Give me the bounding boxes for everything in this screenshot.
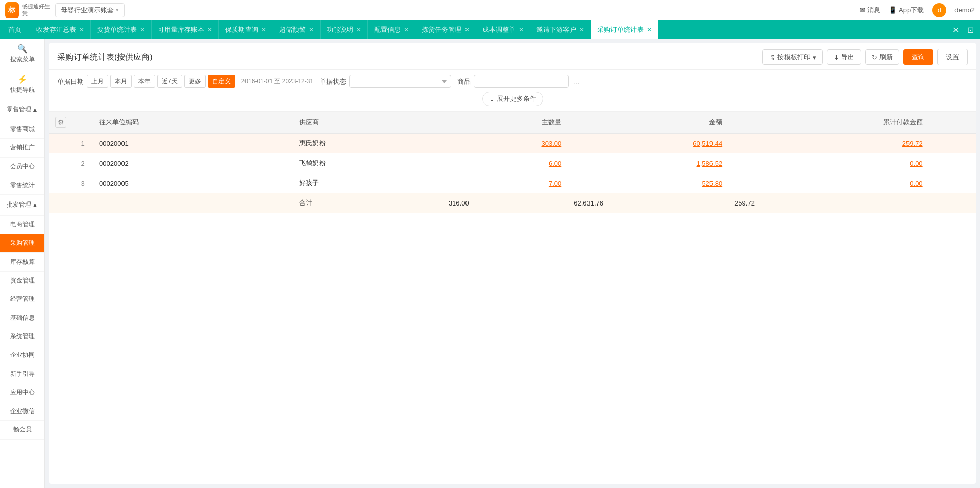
col-amount: 金额 [568,112,728,134]
tab-label-yaoqing: 邀请下游客户 [536,25,576,34]
sidebar-item-basic-info[interactable]: 基础信息 [0,309,44,328]
tab-jianhuo[interactable]: 拣货任务管理 ✕ [415,20,476,39]
sidebar-item-marketing[interactable]: 营销推广 [0,139,44,158]
goods-input[interactable] [474,75,569,88]
wholesale-label: 批发管理 [7,201,31,209]
row-amount-3[interactable]: 525.80 [568,173,728,193]
sidebar-item-search[interactable]: 🔍 搜索菜单 [0,39,44,69]
wholesale-arrow-icon: ▲ [32,201,38,209]
quicknav-label: 快捷导航 [10,86,35,94]
page-header-actions: 🖨 按模板打印 ▾ ⬇ 导出 ↻ 刷新 查询 [762,49,968,65]
goods-more-icon[interactable]: … [573,78,579,85]
col-settings[interactable]: ⚙ [49,112,72,134]
row-qty-1[interactable]: 303.00 [443,134,568,153]
col-paid: 累计付款金额 [728,112,928,134]
tab-close-caigou[interactable]: ✕ [647,26,652,33]
sidebar-item-finance[interactable]: 资金管理 [0,272,44,291]
status-label: 单据状态 [320,77,346,86]
main-layout: 🔍 搜索菜单 ⚡ 快捷导航 零售管理 ▲ 零售商城 营销推广 会员中心 零售统计… [0,39,980,488]
print-button[interactable]: 🖨 按模板打印 ▾ [762,49,823,65]
sidebar-item-member[interactable]: 会员中心 [0,158,44,176]
sidebar-item-retail-mall[interactable]: 零售商城 [0,120,44,139]
sidebar-item-vip[interactable]: 畅会员 [0,421,44,440]
status-select[interactable] [349,75,451,88]
col-extra [929,112,976,134]
sidebar-item-collab[interactable]: 企业协同 [0,346,44,365]
tab-close-chengben[interactable]: ✕ [519,26,524,33]
tab-close-kuyong[interactable]: ✕ [207,26,212,33]
sidebar-item-newbie[interactable]: 新手引导 [0,365,44,384]
tab-label-baozhiqi: 保质期查询 [225,25,258,34]
tab-close-peizhi[interactable]: ✕ [404,26,409,33]
filter-row-1: 单据日期 上月 本月 本年 近7天 更多 自定义 2016-01-01 至 20… [57,75,968,88]
tab-close-all-icon[interactable]: ✕ [950,25,961,35]
tab-expand-icon[interactable]: ⊡ [965,25,976,35]
row-qty-2[interactable]: 6.00 [443,153,568,173]
row-code-1: 00020001 [93,134,293,153]
row-amount-1[interactable]: 60,519.44 [568,134,728,153]
sidebar-item-system[interactable]: 系统管理 [0,327,44,346]
tab-baozhiqi[interactable]: 保质期查询 ✕ [219,20,273,39]
tab-caigou-active[interactable]: 采购订单统计表 ✕ [591,20,658,39]
tab-close-shoufa[interactable]: ✕ [79,26,84,33]
settings-button[interactable]: 设置 [937,49,968,65]
tab-close-gongneng[interactable]: ✕ [356,26,361,33]
user-name[interactable]: demo2 [954,6,975,14]
refresh-button[interactable]: ↻ 刷新 [865,49,899,65]
date-btn-custom[interactable]: 自定义 [208,75,235,88]
tab-label-yaohuo: 要货单统计表 [97,25,137,34]
sidebar-item-wechat[interactable]: 企业微信 [0,402,44,421]
row-num-2: 2 [72,153,93,173]
tab-kuyong[interactable]: 可用量库存账本 ✕ [152,20,219,39]
row-extra-1 [929,134,976,153]
tab-shoufa[interactable]: 收发存汇总表 ✕ [30,20,91,39]
query-button[interactable]: 查询 [903,49,933,65]
tab-close-yaoqing[interactable]: ✕ [579,26,584,33]
col-supplier: 供应商 [293,112,442,134]
sidebar-item-quicknav[interactable]: ⚡ 快捷导航 [0,69,44,100]
message-button[interactable]: ✉ 消息 [860,6,880,15]
row-amount-2[interactable]: 1,586.52 [568,153,728,173]
row-qty-3[interactable]: 7.00 [443,173,568,193]
sidebar-item-app-center[interactable]: 应用中心 [0,383,44,402]
tab-yaohuo[interactable]: 要货单统计表 ✕ [91,20,152,39]
sidebar-item-ecommerce[interactable]: 电商管理 [0,216,44,235]
app-download-button[interactable]: 📱 App下载 [889,6,924,15]
footer-label: 合计 [293,193,442,213]
row-paid-2[interactable]: 0.00 [728,153,928,173]
tab-peizhi[interactable]: 配置信息 ✕ [368,20,415,39]
row-extra-3 [929,173,976,193]
row-paid-3[interactable]: 0.00 [728,173,928,193]
sidebar-item-inventory[interactable]: 库存核算 [0,253,44,272]
tab-home[interactable]: 首页 [0,20,30,39]
column-toggle-icon[interactable]: ⚙ [55,117,66,128]
footer-settings [49,193,72,213]
date-btn-this-month[interactable]: 本月 [110,75,132,88]
tab-close-chaoyuyu[interactable]: ✕ [309,26,314,33]
tab-gongneng[interactable]: 功能说明 ✕ [321,20,368,39]
tab-yaoqing[interactable]: 邀请下游客户 ✕ [530,20,591,39]
tab-chaoyuyu[interactable]: 超储预警 ✕ [273,20,321,39]
finance-label: 资金管理 [10,277,35,285]
date-btn-7days[interactable]: 近7天 [157,75,182,88]
export-button[interactable]: ⬇ 导出 [827,49,861,65]
tab-close-baozhiqi[interactable]: ✕ [261,26,266,33]
refresh-label: 刷新 [879,53,893,62]
row-paid-1[interactable]: 259.72 [728,134,928,153]
sidebar-item-purchase[interactable]: 采购管理 [0,234,44,253]
workspace-selector[interactable]: 母婴行业演示账套 ▾ [55,3,125,17]
date-btn-this-year[interactable]: 本年 [134,75,155,88]
tab-chengben[interactable]: 成本调整单 ✕ [476,20,530,39]
date-btn-last-month[interactable]: 上月 [87,75,108,88]
tab-close-yaohuo[interactable]: ✕ [140,26,145,33]
sidebar-item-operation[interactable]: 经营管理 [0,290,44,309]
sidebar-item-retail-stats[interactable]: 零售统计 [0,176,44,195]
sidebar-item-retail-mgmt[interactable]: 零售管理 ▲ [0,99,44,120]
date-btn-more[interactable]: 更多 [184,75,206,88]
tab-close-jianhuo[interactable]: ✕ [464,26,470,33]
tab-label-shoufa: 收发存汇总表 [36,25,76,34]
sidebar-item-wholesale[interactable]: 批发管理 ▲ [0,195,44,216]
user-avatar: d [932,3,946,17]
retail-mgmt-label: 零售管理 [7,106,31,114]
expand-filter-button[interactable]: ⌄ 展开更多条件 [482,92,543,106]
